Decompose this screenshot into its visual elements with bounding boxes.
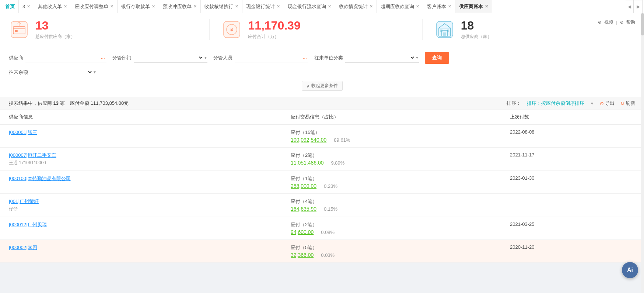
person-dots-icon[interactable]: ··· [302, 55, 307, 61]
nav-tab-other-income-close[interactable]: ✕ [64, 4, 67, 9]
collapse-button[interactable]: ∧ 收起更多条件 [302, 81, 343, 91]
person-input[interactable] [235, 54, 308, 62]
sort-select[interactable]: 排序：按应付余额倒序排序 [527, 100, 584, 107]
nav-tab-supplier-ledger-close[interactable]: ✕ [485, 4, 488, 9]
nav-tab-other-income[interactable]: 其他收入单 ✕ [34, 0, 71, 13]
nav-tab-cust-ledger-label: 客户账本 [427, 3, 446, 10]
nav-tab-other-income-label: 其他收入单 [38, 3, 62, 10]
txn-pct-3: 0.23% [324, 183, 337, 189]
nav-tab-bank-deposit-close[interactable]: ✕ [152, 4, 155, 9]
supplier-link-4[interactable]: [001]广州荣轩 [9, 198, 291, 205]
table-row: [000100]本特勤油品有限公司 应付（1笔） 258,000.00 0.23… [0, 171, 644, 194]
nav-tab-cash-bank-flow[interactable]: 现金银行流水查询 ✕ [284, 0, 335, 13]
ai-button[interactable]: Ai [622, 262, 638, 263]
link-divider: | [616, 20, 617, 25]
filter-category: 往来单位分类 ▼ [314, 53, 419, 63]
dept-arrow-icon: ▼ [204, 56, 207, 60]
stat-payable-number: 13 [35, 19, 75, 32]
txn-amount-3[interactable]: 258,000.00 [291, 183, 316, 189]
nav-tab-bank-deposit[interactable]: 银行存取款单 ✕ [118, 0, 159, 13]
video-link[interactable]: 视频 [604, 19, 613, 25]
nav-tab-prepay-ar[interactable]: 预收冲应收单 ✕ [159, 0, 201, 13]
dept-select[interactable] [134, 53, 204, 62]
collapse-area: ∧ 收起更多条件 [9, 81, 635, 91]
supplier-sub-4: 仔仔 [9, 206, 291, 212]
txn-row-4: 164,635.90 0.15% [291, 206, 510, 212]
nav-tab-supplier-ledger[interactable]: 供应商账本 ✕ [455, 0, 492, 13]
nav-tab-cash-bank-stat-label: 现金银行统计 [246, 3, 275, 10]
results-amount: 111,703,854.00元 [91, 100, 129, 106]
nav-tab-cash-bank-stat-close[interactable]: ✕ [277, 4, 280, 9]
txn-label-6: 应付（5笔） [291, 244, 510, 251]
nav-tab-cash-bank-stat[interactable]: 现金银行统计 ✕ [242, 0, 284, 13]
results-summary: 搜索结果中，供应商 13 家 应付金额 111,703,854.00元 [9, 100, 129, 107]
supplier-link-3[interactable]: [000100]本特勤油品有限公司 [9, 175, 291, 182]
txn-amount-2[interactable]: 11,051,486.00 [291, 160, 324, 166]
help-link[interactable]: 帮助 [626, 19, 635, 25]
nav-tab-cust-ledger-close[interactable]: ✕ [448, 4, 451, 9]
nav-tab-home-label: 首页 [5, 3, 15, 10]
refresh-button[interactable]: ↻ 刷新 [620, 100, 635, 107]
supplier-col-5: [000012]广州贝瑞 [9, 221, 291, 228]
txn-pct-2: 9.89% [331, 160, 345, 166]
last-pay-col-2: 2021-11-17 [510, 152, 635, 158]
supplier-input[interactable] [25, 54, 106, 62]
nav-tab-receipt-stat-close[interactable]: ✕ [370, 4, 373, 9]
category-select[interactable] [345, 53, 415, 62]
help-icon: ⊙ [620, 20, 623, 25]
last-pay-col-3: 2023-01-30 [510, 175, 635, 181]
svg-rect-10 [440, 30, 442, 32]
nav-tab-overdue-ar-close[interactable]: ✕ [416, 4, 419, 9]
nav-tab-prepay-ar-close[interactable]: ✕ [193, 4, 197, 9]
stat-supplier-count: 18 [461, 19, 492, 32]
last-pay-date-3: 2023-01-30 [510, 175, 535, 181]
table-row: [001]广州荣轩 仔仔 应付（4笔） 164,635.90 0.15% [0, 194, 644, 217]
nav-tab-cash-bank-flow-label: 现金银行流水查询 [288, 3, 326, 10]
nav-tab-3-label: 3 [22, 4, 25, 9]
supplier-link-6[interactable]: [000002]李四 [9, 244, 291, 251]
nav-right-arrow[interactable]: ▶ [634, 0, 643, 13]
nav-tab-overdue-ar[interactable]: 超期应收款查询 ✕ [377, 0, 423, 13]
supplier-dots-icon[interactable]: ··· [101, 55, 105, 61]
nav-tab-receipt-exec[interactable]: 收款核销执行 ✕ [201, 0, 242, 13]
svg-rect-11 [447, 30, 449, 32]
supplier-link-5[interactable]: [000012]广州贝瑞 [9, 221, 291, 228]
supplier-col-6: [000002]李四 [9, 244, 291, 251]
txn-amount-5[interactable]: 94,600.00 [291, 229, 314, 235]
filter-supplier-wrap: ··· [25, 54, 106, 62]
txn-amount-1[interactable]: 100,092,540.00 [291, 137, 326, 143]
txn-row-2: 11,051,486.00 9.89% [291, 160, 510, 166]
nav-tab-cust-ledger[interactable]: 客户账本 ✕ [423, 0, 455, 13]
txn-pct-6: 0.03% [321, 252, 335, 258]
stat-supplier-count-label: 总供应商（家） [461, 34, 492, 40]
supplier-link-2[interactable]: [000007]恒旺二手叉车 [9, 152, 291, 159]
filter-area: 供应商 ··· 分管部门 ▼ 分管人员 ··· 往来单位分类 [0, 46, 644, 97]
nav-tab-receipt-exec-label: 收款核销执行 [204, 3, 233, 10]
nav-tab-ar-ap-adjust-close[interactable]: ✕ [110, 4, 113, 9]
txn-amount-6[interactable]: 32,366.00 [291, 252, 314, 258]
supplier-link-1[interactable]: [000001]张三 [9, 129, 291, 136]
nav-left-arrow[interactable]: ◀ [625, 0, 634, 13]
balance-select[interactable] [30, 68, 93, 77]
nav-tab-3-close[interactable]: ✕ [27, 4, 30, 9]
nav-tab-3[interactable]: 3 ✕ [19, 0, 34, 13]
txn-label-2: 应付（2笔） [291, 152, 510, 159]
export-button[interactable]: ⊙ 导出 [600, 100, 615, 107]
stat-total-supplier-icon [434, 19, 455, 40]
supplier-col-4: [001]广州荣轩 仔仔 [9, 198, 291, 212]
nav-tab-home[interactable]: 首页 [1, 0, 19, 13]
data-table: 供应商信息 应付交易信息（占比） 上次付数 [000001]张三 应付（15笔）… [0, 110, 644, 263]
txn-amount-4[interactable]: 164,635.90 [291, 206, 316, 212]
ai-button-container: Ai [622, 262, 638, 263]
last-pay-date-1: 2022-08-08 [510, 129, 535, 135]
filter-dept-select-wrap: ▼ [134, 53, 207, 63]
stat-total-supplier-info: 18 总供应商（家） [461, 19, 492, 40]
search-button[interactable]: 查询 [425, 52, 449, 64]
nav-tab-ar-ap-adjust[interactable]: 应收应付调整单 ✕ [71, 0, 118, 13]
nav-tab-receipt-stat[interactable]: 收款情况统计 ✕ [335, 0, 377, 13]
results-actions: 排序： 排序：按应付余额倒序排序 ▼ ⊙ 导出 ↻ 刷新 [507, 100, 635, 107]
scrollbar-track[interactable] [641, 13, 644, 263]
nav-tab-receipt-exec-close[interactable]: ✕ [235, 4, 238, 9]
nav-tab-cash-bank-flow-close[interactable]: ✕ [328, 4, 331, 9]
scrollbar-thumb[interactable] [641, 13, 644, 35]
